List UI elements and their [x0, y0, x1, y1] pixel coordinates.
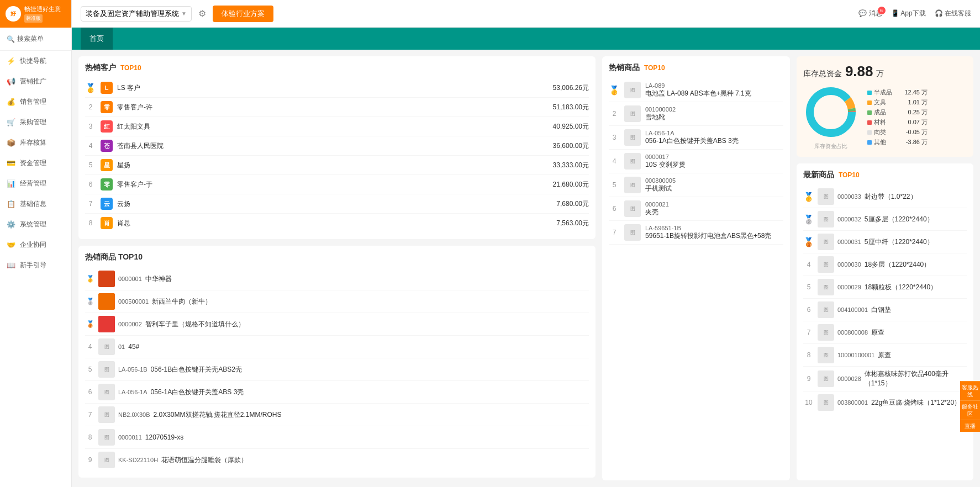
- sidebar-item-quicknav[interactable]: ⚡ 快捷导航: [0, 51, 71, 71]
- legend-item-semifinished: 半成品 12.45 万: [867, 88, 928, 97]
- nav-icon-guide: 📖: [7, 261, 15, 270]
- sidebar-item-guide[interactable]: 📖 新手引导: [0, 255, 71, 276]
- list-item: 6 图 0000021 夹壳: [609, 197, 783, 221]
- product-name: 59651-1B旋转投影灯电池盒ABS黑色+58壳: [645, 231, 783, 241]
- product-name: 10S 变刹罗煲: [645, 160, 783, 170]
- list-item: 7 云 云扬 7,680.00元: [85, 194, 589, 214]
- list-item: 8 图 0000011 12070519-xs: [85, 426, 589, 449]
- app-download[interactable]: 📱 App下载: [891, 9, 926, 18]
- headset-icon: 🎧: [935, 9, 943, 17]
- customer-name-5: 星扬: [117, 161, 549, 170]
- notification-badge: 6: [878, 7, 886, 14]
- nav-icon-quicknav: ⚡: [7, 57, 15, 66]
- live-button[interactable]: 直播: [960, 420, 980, 432]
- customer-badge-5: 星: [101, 159, 113, 171]
- product-img-7: 图: [98, 406, 115, 423]
- logo-tag: 标准版: [24, 14, 43, 23]
- customer-badge-4: 苍: [101, 140, 113, 152]
- nav-label-sales: 销售管理: [20, 97, 46, 107]
- customer-name-1: LS 客户: [117, 83, 549, 93]
- float-support: 客服热线 服务社区 直播: [960, 381, 980, 432]
- nav-label-operations: 经营管理: [20, 179, 46, 188]
- product-name: 电池盖 LA-089 ABS本色+黑种 7.1克: [645, 89, 783, 98]
- sidebar-item-marketing[interactable]: 📢 营销推广: [0, 71, 71, 92]
- customer-service-label: 客服热线: [962, 384, 978, 398]
- svg-rect-0: [98, 271, 115, 287]
- nav-label-quicknav: 快捷导航: [20, 56, 46, 66]
- search-menu-label: 搜索菜单: [17, 34, 44, 44]
- logo-icon: 好: [6, 6, 21, 22]
- nav-icon-collab: 🤝: [7, 241, 15, 250]
- list-item: 3 红 红太阳文具 40,925.00元: [85, 117, 589, 136]
- product-code: 001000002: [645, 106, 783, 113]
- system-title: 装备及固定资产辅助管理系统: [86, 9, 179, 19]
- product-img: 图: [818, 188, 834, 205]
- list-item: 7 图 LA-59651-1B 59651-1B旋转投影灯电池盒ABS黑色+58…: [609, 221, 783, 245]
- list-item: 7 图 000800008 原查: [803, 321, 967, 344]
- nav-label-collab: 企业协同: [20, 240, 46, 250]
- left-panel: 热销客户 TOP10 🥇 L LS 客户 53,006.26元 2 零 零售客户…: [78, 56, 596, 480]
- sidebar-item-operations[interactable]: 📊 经营管理: [0, 173, 71, 194]
- system-selector[interactable]: 装备及固定资产辅助管理系统 ▼: [81, 6, 192, 22]
- svg-rect-2: [98, 316, 115, 332]
- product-img: 图: [818, 324, 834, 341]
- product-img-4: 图: [98, 338, 115, 355]
- legend-color-stationery: [867, 100, 872, 105]
- inventory-unit: 万: [876, 69, 884, 78]
- list-item: 2 图 001000002 雪地靴: [609, 102, 783, 126]
- customer-badge-1: L: [101, 82, 113, 94]
- inventory-amount: 9.88: [845, 63, 873, 80]
- top-customers-title: 热销客户 TOP10: [85, 63, 589, 73]
- list-item: 5 图 LA-056-1B 056-1B白色按键开关壳ABS2壳: [85, 358, 589, 381]
- product-img-8: 图: [98, 429, 115, 446]
- sidebar: 好 畅捷通好生意 标准版 🔍 搜索菜单 ⚡ 快捷导航 📢 营销推广 💰 销售管理…: [0, 0, 72, 487]
- customer-amount-1: 53,006.26元: [553, 83, 589, 93]
- product-code: LA-59651-1B: [645, 225, 783, 231]
- notifications-area[interactable]: 💬 消息 6: [858, 9, 882, 18]
- sidebar-item-system[interactable]: ⚙️ 系统管理: [0, 214, 71, 235]
- sidebar-item-finance[interactable]: 💳 资金管理: [0, 153, 71, 173]
- product-img-6: 图: [98, 384, 115, 400]
- list-item: 4 图 0000017 10S 变刹罗煲: [609, 150, 783, 173]
- trial-button[interactable]: 体验行业方案: [213, 6, 273, 22]
- search-menu-area[interactable]: 🔍 搜索菜单: [0, 28, 71, 51]
- product-img: 图: [818, 370, 834, 387]
- product-name: 夹壳: [645, 208, 783, 217]
- top-customers-card: 热销客户 TOP10 🥇 L LS 客户 53,006.26元 2 零 零售客户…: [78, 56, 596, 239]
- logo-text: 畅捷通好生意: [24, 5, 61, 13]
- sidebar-item-collab[interactable]: 🤝 企业协同: [0, 235, 71, 255]
- customer-badge-6: 零: [101, 178, 113, 190]
- sidebar-item-purchase[interactable]: 🛒 采购管理: [0, 112, 71, 133]
- tab-home-label: 首页: [89, 34, 104, 44]
- nav-menu: ⚡ 快捷导航 📢 营销推广 💰 销售管理 🛒 采购管理 📦 库存核算 💳 资金管…: [0, 51, 71, 487]
- sidebar-item-sales[interactable]: 💰 销售管理: [0, 92, 71, 112]
- search-menu-button[interactable]: 🔍 搜索菜单: [4, 32, 67, 46]
- nav-label-marketing: 营销推广: [20, 77, 46, 86]
- sidebar-item-basics[interactable]: 📋 基础信息: [0, 194, 71, 214]
- new-products-title: 最新商品 TOP10: [803, 170, 967, 180]
- customer-name-8: 肖总: [117, 219, 552, 228]
- list-item: 8 肖 肖总 7,563.00元: [85, 214, 589, 232]
- new-products-card: 最新商品 TOP10 🥇 图 0000033 封边带（1.0*22） 🥈 图 0…: [797, 163, 973, 480]
- online-service[interactable]: 🎧 在线客服: [935, 9, 971, 18]
- product-code: 0000017: [645, 153, 783, 160]
- nav-icon-marketing: 📢: [7, 77, 15, 86]
- customer-name-6: 零售客户-于: [117, 180, 549, 189]
- list-item: 7 图 NB2.0X30B 2.0X30MM双搓花轴,搓花直径2.1MM/ROH…: [85, 404, 589, 426]
- list-item: 6 零 零售客户-于 21,680.00元: [85, 175, 589, 194]
- settings-icon[interactable]: ⚙: [198, 8, 206, 19]
- legend-color-finished: [867, 110, 872, 115]
- list-item: 10 图 003800001 22g鱼豆腐·烧烤味（1*12*20）: [803, 391, 967, 414]
- product-img-2: [98, 293, 115, 310]
- customer-badge-8: 肖: [101, 217, 113, 229]
- sidebar-item-inventory[interactable]: 📦 库存核算: [0, 133, 71, 153]
- list-item: 🥈 图 0000032 5厘多层（1220*2440）: [803, 208, 967, 231]
- community-button[interactable]: 服务社区: [960, 400, 980, 420]
- customer-badge-3: 红: [101, 120, 113, 133]
- inventory-subtitle: 库存资金占比: [803, 142, 858, 150]
- tab-home[interactable]: 首页: [81, 28, 113, 50]
- mobile-icon: 📱: [891, 9, 899, 17]
- product-name: 056-1A白色按键开关盖ABS 3壳: [645, 136, 783, 146]
- customer-service-button[interactable]: 客服热线: [960, 381, 980, 400]
- top-sold-list: 🥇 图 LA-089 电池盖 LA-089 ABS本色+黑种 7.1克 2 图 …: [609, 78, 783, 245]
